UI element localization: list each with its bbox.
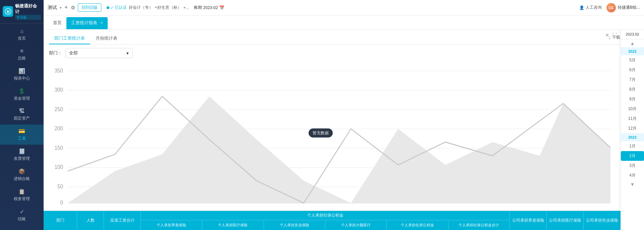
th-dept: 部门 (44, 211, 77, 230)
th-personal-medical: 个人承担医疗保险 (202, 220, 264, 230)
user-menu[interactable]: CE 轻捷通B组... (606, 3, 640, 12)
date-current: 2023.02 (621, 30, 644, 39)
dept-select[interactable]: 全部 ▾ (65, 48, 132, 58)
salary-icon: 💳 (18, 128, 25, 134)
sidebar-item-assets[interactable]: 🏗 固定资产 (0, 105, 44, 125)
th-total-salary: 应发工资合计 (104, 211, 141, 230)
th-personal-total: 个人承担社保公积金合计 (448, 220, 509, 230)
expand-panel-button[interactable]: ⛶ (612, 32, 617, 38)
date-may[interactable]: 5月 (621, 55, 644, 65)
sidebar: 财 畅捷通好会计 专业版 ⌂ 首页 ≡ 总账 📊 报表中心 💲 资金管理 🏗 固… (0, 0, 44, 230)
username: 轻捷通B组... (618, 5, 640, 10)
product-extra: +好生意（标） (155, 5, 181, 10)
sub-tab-bar: 部门工资统计表 月份统计表 ↓ 下载 ↺ 刷新 (44, 30, 644, 45)
sidebar-item-home[interactable]: ⌂ 首页 (0, 25, 44, 45)
date-oct[interactable]: 10月 (621, 104, 644, 114)
table-header: 部门 人数 应发工资合计 个人承担社保公积金 个人承担养老保险 个人承担医疗保险 (44, 211, 621, 230)
date-nov[interactable]: 11月 (621, 114, 644, 124)
th-personal-unemployment: 个人承担失业保险 (264, 220, 325, 230)
svg-text:财: 财 (6, 10, 10, 13)
sidebar-logo: 财 畅捷通好会计 专业版 (0, 0, 44, 24)
sidebar-item-reports[interactable]: 📊 报表中心 (0, 64, 44, 85)
sidebar-item-invoice[interactable]: 🧾 发票管理 (0, 145, 44, 165)
calendar-icon[interactable]: 📅 (219, 5, 224, 10)
period-display: 账期 2023-02 📅 (194, 5, 224, 10)
sub-tab-dept[interactable]: 部门工资统计表 (49, 33, 90, 44)
svg-text:100: 100 (54, 164, 63, 170)
sidebar-item-stock[interactable]: 📦 进销台账 (0, 165, 44, 185)
sidebar-item-funds[interactable]: 💲 资金管理 (0, 85, 44, 105)
date-picker-panel: 2023.02 ▲ 2022 5月 6月 7月 8月 9月 10月 11月 12… (621, 30, 644, 230)
th-group-personal: 个人承担社保公积金 个人承担养老保险 个人承担医疗保险 个人承担失业保险 个人承… (141, 211, 510, 230)
add-button[interactable]: + (64, 4, 68, 11)
home-icon: ⌂ (20, 28, 23, 34)
sidebar-item-ledger[interactable]: ≡ 总账 (0, 45, 44, 64)
stock-icon: 📦 (18, 168, 25, 175)
main-area: 测试 ▾ + ⚙ 切到旧版 ✓ 已认证 好会计（专） +好生意（标） +... … (44, 0, 644, 230)
date-nav-up-button[interactable]: ▲ (621, 39, 644, 47)
sidebar-item-tax[interactable]: 📋 税务管理 (0, 185, 44, 205)
chart-container: 350 300 250 200 150 100 50 0 (44, 61, 621, 211)
switch-version-button[interactable]: 切到旧版 (78, 3, 101, 12)
status-bar: ✓ 已认证 好会计（专） +好生意（标） +... (107, 5, 189, 10)
logo-icon: 财 (3, 6, 13, 17)
date-jan[interactable]: 1月 (621, 141, 644, 151)
company-title: 测试 (48, 5, 57, 11)
th-company-pension: 公司承担养老保险 (510, 211, 547, 230)
top-bar: 测试 ▾ + ⚙ 切到旧版 ✓ 已认证 好会计（专） +好生意（标） +... … (44, 0, 644, 15)
th-company-unemployment: 公司承担失业保险 (584, 211, 621, 230)
product-label: 好会计（专） (129, 5, 153, 10)
date-jun[interactable]: 6月 (621, 65, 644, 75)
svg-text:50: 50 (57, 183, 63, 189)
date-sep[interactable]: 9月 (621, 94, 644, 104)
date-feb[interactable]: 2月 (621, 151, 644, 161)
funds-icon: 💲 (18, 88, 25, 94)
th-group-cols: 个人承担养老保险 个人承担医疗保险 个人承担失业保险 个人承担大额医疗 个人承担… (141, 220, 509, 230)
date-mar[interactable]: 3月 (621, 161, 644, 171)
ledger-icon: ≡ (20, 48, 23, 54)
sidebar-nav: ⌂ 首页 ≡ 总账 📊 报表中心 💲 资金管理 🏗 固定资产 💳 工资 🧾 发票… (0, 24, 44, 230)
svg-text:200: 200 (54, 125, 63, 132)
logo-text: 畅捷通好会计 专业版 (15, 3, 41, 20)
gear-icon[interactable]: ⚙ (71, 5, 75, 11)
svg-text:250: 250 (54, 106, 63, 112)
content-top-right: ✕ ⛶ (605, 32, 617, 38)
date-apr[interactable]: 4月 (621, 171, 644, 180)
certified-badge: ✓ 已认证 (107, 5, 127, 10)
assets-icon: 🏗 (19, 108, 24, 114)
close-panel-button[interactable]: ✕ (605, 32, 609, 38)
tab-close-button[interactable]: × (101, 20, 103, 25)
tax-icon: 📋 (18, 188, 25, 195)
svg-text:350: 350 (54, 67, 63, 74)
salary-chart: 350 300 250 200 150 100 50 0 (49, 65, 615, 207)
sidebar-item-checkout[interactable]: ✓ 结账 (0, 205, 44, 225)
content-area: ✕ ⛶ 部门工资统计表 月份统计表 ↓ 下载 ↺ 刷新 (44, 30, 644, 230)
sub-tab-monthly[interactable]: 月份统计表 (90, 33, 123, 44)
date-dec[interactable]: 12月 (621, 124, 644, 133)
date-2023-label: 2023 (621, 133, 644, 141)
date-nav-down-button[interactable]: ▼ (621, 180, 644, 188)
date-jul[interactable]: 7月 (621, 75, 644, 85)
tab-home[interactable]: 首页 (48, 17, 66, 29)
th-personal-major-medical: 个人承担大额医疗 (325, 220, 387, 230)
svg-text:0: 0 (60, 199, 63, 206)
date-2022-label: 2022 (621, 47, 644, 55)
help-icon: 👤 (579, 5, 584, 10)
th-group-header: 个人承担社保公积金 (141, 211, 509, 220)
filter-label: 部门： (49, 50, 62, 56)
reports-icon: 📊 (18, 68, 25, 74)
sidebar-item-archive[interactable]: 🗂 归档管理 (0, 225, 44, 230)
checkout-icon: ✓ (20, 209, 24, 215)
svg-text:150: 150 (54, 144, 63, 151)
sidebar-item-salary[interactable]: 💳 工资 (0, 125, 44, 145)
sidebar-item-label: 首页 (18, 36, 26, 41)
sub-tabs: 部门工资统计表 月份统计表 (49, 33, 123, 44)
th-personal-housing: 个人承担住房公积金 (387, 220, 448, 230)
tab-salary-report[interactable]: 工资统计报表 × (66, 17, 108, 29)
product-more: +... (183, 5, 189, 10)
svg-text:300: 300 (54, 87, 63, 93)
help-button[interactable]: 👤 人工咨询 (579, 5, 602, 10)
date-aug[interactable]: 8月 (621, 85, 644, 94)
top-bar-right: 👤 人工咨询 CE 轻捷通B组... (579, 3, 640, 12)
dropdown-arrow-icon[interactable]: ▾ (60, 5, 62, 10)
